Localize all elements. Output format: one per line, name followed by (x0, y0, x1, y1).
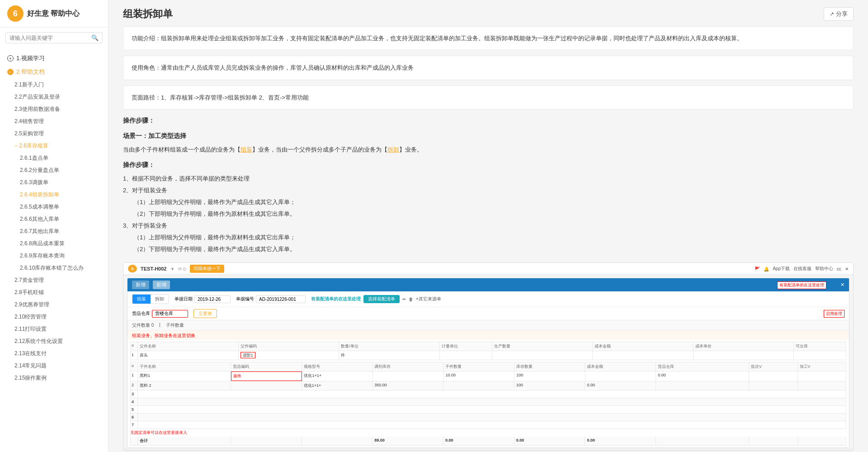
sidebar-item-payment[interactable]: 2.13在线支付 (0, 347, 108, 360)
processing-section: 有装配清单的在这里处理 选择装配清单 ✏ 🗑 +其它来源单 有装配清单的在这里处… (311, 295, 844, 303)
sidebar-item-other-out[interactable]: 2.6.7其他出库单 (0, 225, 108, 238)
confirm-button[interactable]: 立更改 (193, 309, 217, 318)
docno-field: 单据编号 (236, 295, 306, 303)
sidebar-item-help-docs[interactable]: − 2.帮助文档 (0, 65, 108, 79)
child-row-6: 6 (130, 414, 846, 421)
step2-2: （2）下部明细为子件明细，最终作为原材料生成其它出库单。 (123, 208, 854, 220)
app-top-bar: 6 TEST-H002 ▼ ⟳ ⊙ 同期单据一下 🚩 🔔 App下载 在线客服 … (123, 263, 853, 275)
warehouse-field: 货品仓库 (132, 310, 188, 318)
parent-table: # 父件名称 父件编码 数量/单位 计量单位 生产数量 成本金额 成本单价 可出… (130, 342, 846, 360)
sidebar-item-print[interactable]: 2.11打印设置 (0, 323, 108, 335)
period-doc-button[interactable]: 同期单据一下 (190, 265, 224, 273)
annotation-bom: 有装配清单的在这里处理 (777, 281, 826, 289)
annotation-row: 组装业务、拆卸业务在这里切换 (127, 331, 849, 340)
sidebar-item-cases[interactable]: 2.15操作案例 (0, 372, 108, 384)
step3-1: （1）上部明细为父件明细，最终作为原材料生成其它出库单； (123, 232, 854, 243)
more-actions: +其它来源单 (416, 296, 441, 302)
select-bom-button[interactable]: 选择装配清单 (363, 295, 400, 303)
new-tab[interactable]: 新增 (132, 281, 149, 289)
step1: 1、根据不同的业务，选择不同单据的类型来处理 (123, 173, 854, 185)
close-inner[interactable]: ✕ (840, 282, 844, 288)
bell-icon: 🔔 (764, 266, 769, 271)
sidebar-item-beginner[interactable]: 2.1新手入门 (0, 79, 108, 91)
child-table: # 子件名称 货品编码 规格型号 调剂库存 子件数量 库存数量 成本金额 货品仓… (130, 362, 846, 446)
child-row-4: 4 (130, 398, 846, 406)
content-area: 功能介绍：组装拆卸单用来处理企业组装或拆卸等加工业务，支持有固定装配清单的产品加… (108, 26, 868, 452)
steps-label: 操作步骤： (123, 161, 854, 169)
sidebar-item-other-in[interactable]: 2.6.6其他入库单 (0, 213, 108, 225)
feature-intro: 功能介绍：组装拆卸单用来处理企业组装或拆卸等加工业务，支持有固定装配清单的产品加… (123, 26, 854, 50)
sidebar-item-split-stocktake[interactable]: 2.6.2分量盘点单 (0, 164, 108, 176)
logo-icon: 6 (7, 5, 24, 22)
top-bar-icons: 🚩 🔔 App下载 在线客服 帮助中心 cc ✕ (755, 266, 849, 272)
sidebar-item-mobile[interactable]: 2.8手机旺铺 (0, 286, 108, 299)
sidebar-item-sales[interactable]: 2.4销售管理 (0, 115, 108, 128)
sidebar-item-customize[interactable]: 2.12系统个性化设置 (0, 335, 108, 347)
docno-input[interactable] (256, 295, 306, 303)
search-input[interactable] (9, 35, 91, 41)
form-row-2: 货品仓库 立更改 启用处理 (127, 307, 849, 320)
sidebar-item-data-prep[interactable]: 2.3使用前数据准备 (0, 103, 108, 115)
tab-disassembly[interactable]: 拆卸 (151, 295, 169, 304)
collapse-icon: − (7, 69, 14, 75)
sidebar-item-transfer[interactable]: 2.6.3调拨单 (0, 176, 108, 189)
sidebar-item-install[interactable]: 2.2产品安装及登录 (0, 91, 108, 103)
child-row-3: 3 (130, 390, 846, 398)
sidebar-item-coupon[interactable]: 2.9优惠券管理 (0, 299, 108, 311)
share-button[interactable]: ↗ 分享 (824, 7, 854, 21)
sidebar-item-purchase[interactable]: 2.5采购管理 (0, 128, 108, 140)
date-input[interactable] (194, 295, 231, 303)
type-tabs[interactable]: 组装 拆卸 (132, 294, 169, 304)
sidebar-item-cost-recalc[interactable]: 2.6.8商品成本重算 (0, 238, 108, 250)
form-tab[interactable]: 新增 (153, 281, 170, 289)
search-icon[interactable]: 🔍 (91, 34, 99, 41)
parent-table-header: # 父件名称 父件编码 数量/单位 计量单位 生产数量 成本金额 成本单价 可出… (130, 342, 846, 351)
company-name: TEST-H002 (141, 266, 166, 271)
step3-2: （2）下部明细为子件明细，最终作为产成品生成其它入库单。 (123, 243, 854, 255)
step2: 2、对于组装业务 (123, 185, 854, 196)
sidebar-item-assembly[interactable]: 2.6.4组装拆卸单 (0, 189, 108, 201)
separator: | (159, 322, 160, 328)
child-row-7: 7 (130, 421, 846, 429)
warehouse-label: 货品仓库 (132, 310, 150, 317)
sidebar-item-faq[interactable]: 2.14常见问题 (0, 360, 108, 372)
annotation-type-switch: 组装业务、拆卸业务在这里切换 (132, 333, 195, 338)
main-content: 组装拆卸单 ↗ 分享 功能介绍：组装拆卸单用来处理企业组装或拆卸等加工业务，支持… (108, 0, 868, 452)
parent-input-highlighted[interactable]: 进阶1 (241, 352, 255, 358)
sidebar-item-cost-adjust[interactable]: 2.6.5成本调整单 (0, 201, 108, 213)
child-row-2: 2 黑料 2 优化1+1+ 350.00 100 0.00 (130, 381, 846, 390)
step2-1: （1）上部明细为父件明细，最终作为产成品生成其它入库单； (123, 196, 854, 208)
disassembly-link[interactable]: 拆卸 (387, 146, 399, 153)
sidebar-item-stock-ledger[interactable]: 2.6.9库存账本查询 (0, 250, 108, 262)
screenshot-container: 6 TEST-H002 ▼ ⟳ ⊙ 同期单据一下 🚩 🔔 App下载 在线客服 … (123, 262, 854, 451)
search-box[interactable]: 🔍 (5, 32, 103, 43)
refresh-indicator: ⟳ ⊙ (178, 266, 186, 271)
sidebar-item-ledger-fix[interactable]: 2.6.10库存账本错了怎么办 (0, 262, 108, 274)
sidebar-item-video[interactable]: + 1.视频学习 (0, 52, 108, 65)
flag-icon: 🚩 (755, 266, 760, 271)
sidebar-item-finance[interactable]: 2.7资金管理 (0, 274, 108, 286)
close-icon-app: ✕ (845, 266, 849, 271)
edit-icon-sm: ✏ (402, 297, 406, 302)
sidebar-item-operations[interactable]: 2.10经营管理 (0, 311, 108, 323)
assembly-link[interactable]: 组装 (241, 146, 252, 153)
steps-title: 操作步骤： (123, 117, 854, 125)
warehouse-input[interactable] (152, 310, 188, 318)
app-logo-sm: 6 (128, 265, 137, 273)
date-field: 单据日期 (175, 295, 231, 303)
parent-table-row: 1 床头 进阶1 件 (130, 351, 846, 360)
app-screenshot: 6 TEST-H002 ▼ ⟳ ⊙ 同期单据一下 🚩 🔔 App下载 在线客服 … (123, 263, 853, 448)
child-row-1: 1 黑料1 最终 优化1+1+ 10.00 100 0.00 (130, 371, 846, 381)
path-intro: 页面路径：1、库存核算->库存管理->组装拆卸单 2、首页->常用功能 (123, 86, 854, 109)
sidebar-item-stocktake[interactable]: 2.6.1盘点单 (0, 152, 108, 164)
sidebar-item-inventory[interactable]: − 2.6库存核算 (0, 140, 108, 152)
type-selector: 组装 拆卸 (132, 294, 169, 304)
tab-assembly[interactable]: 组装 (132, 295, 151, 304)
expand-icon: + (7, 55, 14, 62)
child-total-row: 合计 89.00 0.00 0.00 0.00 (130, 437, 846, 446)
scene1-desc: 当由多个子件材料组装成一个成品的业务为【组装】业务，当由一个父件拆分成多个子产品… (123, 144, 854, 156)
docno-label: 单据编号 (236, 296, 254, 302)
annotation-enable: 启用处理 (824, 310, 844, 318)
processing-hint: 有装配清单的在这里处理 (311, 296, 361, 302)
nav-list: + 1.视频学习 − 2.帮助文档 2.1新手入门 2.2产品安装及登录 2.3… (0, 48, 108, 452)
